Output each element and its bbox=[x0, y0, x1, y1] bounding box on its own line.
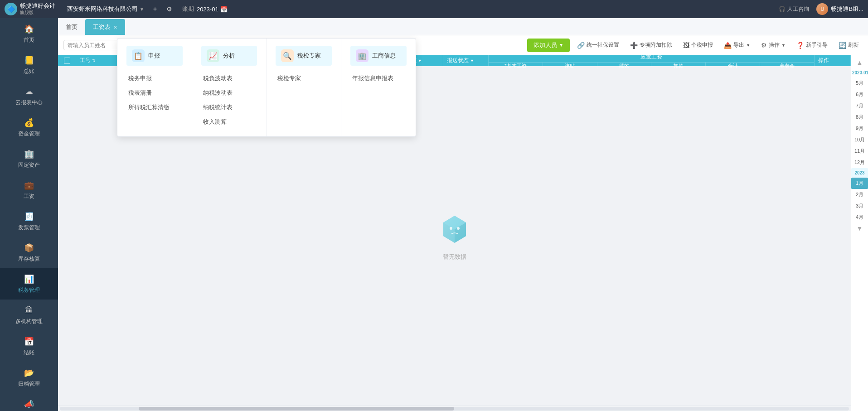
expert-icon: 🔍 bbox=[281, 49, 294, 62]
calendar-icon[interactable]: 📅 bbox=[220, 6, 228, 13]
special-icon: ➕ bbox=[630, 42, 638, 49]
tab-home[interactable]: 首页 bbox=[58, 19, 85, 35]
popup-section-business-header: 🏢 工商信息 bbox=[350, 46, 407, 66]
month-item-7[interactable]: 7月 bbox=[851, 100, 868, 111]
month-item-6[interactable]: 6月 bbox=[851, 89, 868, 100]
social-insurance-btn[interactable]: 🔗 统一社保设置 bbox=[573, 39, 623, 51]
month-nav-up[interactable]: ▲ bbox=[855, 57, 865, 68]
tab-payroll[interactable]: 工资表 ✕ bbox=[85, 19, 125, 35]
tax-report-btn[interactable]: 🖼 个税申报 bbox=[679, 39, 717, 51]
logo-icon: 🔷 bbox=[5, 3, 17, 15]
scrollbar-thumb bbox=[139, 407, 454, 411]
month-item-8[interactable]: 8月 bbox=[851, 111, 868, 123]
company-dropdown-icon: ▼ bbox=[140, 7, 144, 12]
sidebar-item-multi[interactable]: 🏛 多机构管理 bbox=[0, 300, 58, 331]
popup-item-income-settle[interactable]: 所得税汇算清缴 bbox=[126, 100, 183, 115]
sidebar-item-archive[interactable]: 📂 归档管理 bbox=[0, 362, 58, 393]
multi-icon: 🏛 bbox=[24, 305, 34, 316]
sidebar-item-promo[interactable]: 📣 小畅报销 bbox=[0, 393, 58, 411]
company-selector[interactable]: 西安虾米网络科技有限公司 ▼ bbox=[67, 5, 144, 13]
declaration-title: 申报 bbox=[148, 52, 160, 60]
popup-item-tax-table[interactable]: 税表清册 bbox=[126, 86, 183, 100]
month-item-9[interactable]: 9月 bbox=[851, 123, 868, 134]
scrollbar-track bbox=[60, 407, 849, 411]
month-item-11[interactable]: 11月 bbox=[851, 145, 868, 157]
add-person-button[interactable]: 添加人员 ▼ bbox=[527, 39, 570, 52]
social-label: 统一社保设置 bbox=[587, 41, 619, 49]
headset-icon: 🎧 bbox=[779, 6, 786, 12]
tab-close-icon[interactable]: ✕ bbox=[113, 24, 117, 30]
analysis-title: 分析 bbox=[223, 52, 235, 60]
popup-item-tax-burden[interactable]: 税负波动表 bbox=[201, 71, 257, 86]
sidebar-item-salary[interactable]: 💼 工资 bbox=[0, 174, 58, 206]
emp-no-sort[interactable]: ⇅ bbox=[92, 58, 96, 63]
popup-section-expert-header: 🔍 税检专家 bbox=[276, 46, 332, 66]
sidebar-label-tax: 税务管理 bbox=[18, 286, 40, 294]
th-checkbox-cell bbox=[58, 58, 76, 64]
analysis-icon: 📈 bbox=[207, 49, 219, 62]
month-item-5[interactable]: 5月 bbox=[851, 77, 868, 89]
year-header-current: 2023 bbox=[851, 168, 868, 178]
tax-dropdown-popup: 📋 申报 税务申报 税表清册 所得税汇算清缴 📈 分析 税负波动表 纳税波动表 … bbox=[117, 38, 416, 137]
popup-item-annual-report[interactable]: 年报信息申报表 bbox=[350, 71, 407, 86]
sidebar-item-funds[interactable]: 💰 资金管理 bbox=[0, 112, 58, 143]
month-item-4[interactable]: 4月 bbox=[851, 212, 868, 223]
popup-item-income-calc[interactable]: 收入测算 bbox=[201, 115, 257, 129]
th-emp-no: 工号 ⇅ bbox=[76, 55, 121, 66]
month-item-1[interactable]: 1月 bbox=[851, 178, 868, 189]
sidebar-label-ledger: 总账 bbox=[24, 68, 34, 75]
sidebar-item-tax[interactable]: 📊 税务管理 bbox=[0, 268, 58, 300]
content-area: 首页 工资表 ✕ 🔍 添加人员 ▼ 🔗 统一社保设置 ➕ bbox=[58, 18, 868, 411]
guide-btn[interactable]: ❓ 新手引导 bbox=[793, 39, 831, 51]
svg-point-4 bbox=[450, 227, 452, 230]
select-all-checkbox[interactable] bbox=[64, 58, 70, 64]
refresh-btn[interactable]: 🔄 刷新 bbox=[835, 39, 863, 51]
report-filter-icon[interactable]: ▼ bbox=[470, 58, 474, 63]
sidebar-label-cloud: 云报表中心 bbox=[15, 99, 43, 106]
operation-btn[interactable]: ⚙ 操作 ▼ bbox=[757, 39, 789, 51]
month-item-12[interactable]: 12月 bbox=[851, 157, 868, 168]
month-nav-down[interactable]: ▼ bbox=[855, 223, 865, 234]
special-deduct-btn[interactable]: ➕ 专项附加扣除 bbox=[626, 39, 676, 51]
user-area[interactable]: U 畅捷通B组... bbox=[816, 3, 863, 15]
funds-icon: 💰 bbox=[24, 117, 34, 128]
sidebar-item-ledger[interactable]: 📒 总账 bbox=[0, 49, 58, 81]
add-person-label: 添加人员 bbox=[533, 41, 557, 49]
status-filter-icon[interactable]: ▼ bbox=[418, 58, 422, 63]
popup-item-tax-report[interactable]: 税务申报 bbox=[126, 71, 183, 86]
popup-item-tax-stats[interactable]: 纳税统计表 bbox=[201, 100, 257, 115]
sidebar-item-home[interactable]: 🏠 首页 bbox=[0, 18, 58, 49]
sidebar-label-funds: 资金管理 bbox=[18, 130, 40, 138]
popup-item-tax-expert[interactable]: 税检专家 bbox=[276, 71, 332, 86]
month-item-10[interactable]: 10月 bbox=[851, 134, 868, 145]
user-avatar: U bbox=[816, 3, 828, 15]
popup-col-business: 🏢 工商信息 年报信息申报表 bbox=[341, 39, 416, 136]
settings-icon[interactable]: ⚙ bbox=[164, 4, 175, 15]
app-sub: 旗舰版 bbox=[20, 10, 55, 16]
header-right: 🎧 人工咨询 U 畅捷通B组... bbox=[779, 3, 863, 15]
popup-item-tax-wave[interactable]: 纳税波动表 bbox=[201, 86, 257, 100]
tax-label: 个税申报 bbox=[691, 41, 713, 49]
month-item-3[interactable]: 3月 bbox=[851, 200, 868, 212]
export-btn[interactable]: 📤 导出 ▼ bbox=[720, 39, 754, 51]
add-company-icon[interactable]: ＋ bbox=[150, 4, 160, 15]
operation-label: 操作 bbox=[769, 41, 780, 49]
sidebar-item-invoice[interactable]: 🧾 发票管理 bbox=[0, 206, 58, 237]
month-item-2[interactable]: 2月 bbox=[851, 189, 868, 200]
sidebar-item-inventory[interactable]: 📦 库存核算 bbox=[0, 237, 58, 268]
sidebar-item-cloud[interactable]: ☁ 云报表中心 bbox=[0, 81, 58, 112]
popup-section-declaration-header: 📋 申报 bbox=[126, 46, 183, 66]
sidebar-item-close[interactable]: 📅 结账 bbox=[0, 331, 58, 362]
th-action-label: 操作 bbox=[818, 57, 829, 64]
popup-col-declaration: 📋 申报 税务申报 税表清册 所得税汇算清缴 bbox=[117, 39, 192, 136]
export-icon: 📤 bbox=[724, 42, 732, 49]
header-actions: ＋ ⚙ bbox=[150, 4, 175, 15]
popup-col-analysis: 📈 分析 税负波动表 纳税波动表 纳税统计表 收入测算 bbox=[192, 39, 267, 136]
sidebar-item-assets[interactable]: 🏢 固定资产 bbox=[0, 143, 58, 174]
ledger-icon: 📒 bbox=[24, 55, 34, 66]
h-scrollbar[interactable] bbox=[58, 406, 851, 411]
logo-area: 🔷 畅捷通好会计 旗舰版 bbox=[5, 2, 63, 16]
operation-dropdown-icon: ▼ bbox=[781, 43, 786, 48]
special-label: 专项附加扣除 bbox=[640, 41, 672, 49]
service-btn[interactable]: 🎧 人工咨询 bbox=[779, 5, 809, 13]
